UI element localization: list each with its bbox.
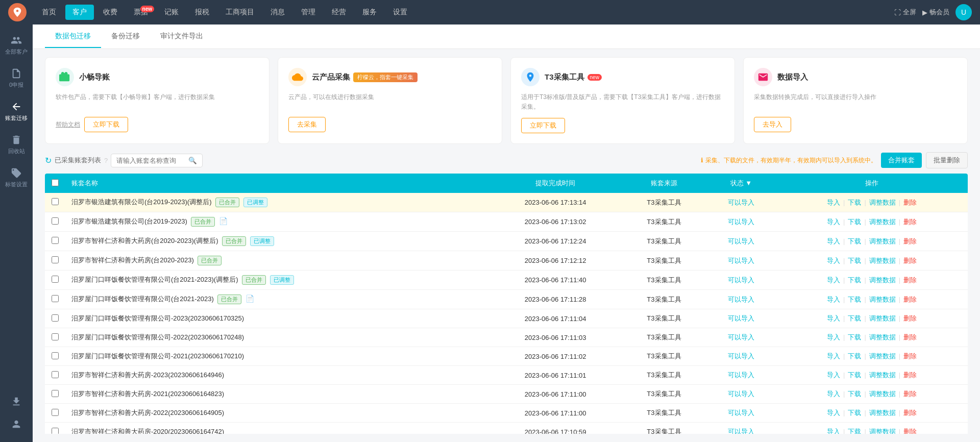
import-action[interactable]: 导入 [827, 237, 840, 245]
sidebar-item-zero-report[interactable]: 0申报 [0, 63, 33, 94]
nav-ticket[interactable]: 票据new [127, 5, 155, 20]
nav-operation[interactable]: 经营 [325, 5, 353, 20]
batch-delete-button[interactable]: 批量删除 [926, 152, 968, 168]
row-checkbox[interactable] [52, 314, 59, 322]
row-checkbox[interactable] [52, 256, 59, 263]
adjust-action[interactable]: 调整数据 [869, 237, 896, 245]
import-action[interactable]: 导入 [827, 409, 840, 416]
row-checkbox[interactable] [52, 198, 59, 205]
xiaochang-download-button[interactable]: 立即下载 [84, 117, 128, 132]
download-action[interactable]: 下载 [848, 371, 861, 379]
nav-customer[interactable]: 客户 [65, 5, 94, 20]
nav-settings[interactable]: 设置 [386, 5, 414, 20]
adjust-action[interactable]: 调整数据 [869, 371, 896, 379]
nav-message[interactable]: 消息 [263, 5, 292, 20]
search-button[interactable]: 🔍 [188, 157, 197, 164]
download-action[interactable]: 下载 [848, 257, 861, 264]
sidebar-item-tag[interactable]: 标签设置 [0, 162, 33, 193]
t3-download-button[interactable]: 立即下载 [521, 118, 565, 133]
sidebar-item-download[interactable] [9, 391, 24, 412]
fullscreen-button[interactable]: ⛶ 全屏 [894, 8, 916, 17]
adjust-action[interactable]: 调整数据 [869, 276, 896, 284]
delete-action[interactable]: 删除 [903, 199, 917, 206]
table-scroll-area[interactable]: 账套名称 提取完成时间 账套来源 状态 ▼ 操作 汨罗市银浩建筑有限公司(台20… [45, 174, 968, 434]
row-checkbox[interactable] [52, 409, 59, 416]
download-action[interactable]: 下载 [848, 296, 861, 303]
select-all-checkbox[interactable] [52, 179, 59, 186]
delete-action[interactable]: 删除 [903, 390, 917, 398]
import-button[interactable]: 去导入 [754, 117, 791, 132]
download-action[interactable]: 下载 [848, 352, 861, 360]
adjust-action[interactable]: 调整数据 [869, 257, 896, 264]
sidebar-item-recycle[interactable]: 回收站 [0, 129, 33, 160]
download-action[interactable]: 下载 [848, 390, 861, 398]
delete-action[interactable]: 删除 [903, 314, 917, 322]
download-action[interactable]: 下载 [848, 428, 861, 434]
download-action[interactable]: 下载 [848, 218, 861, 226]
import-action[interactable]: 导入 [827, 199, 840, 206]
import-action[interactable]: 导入 [827, 333, 840, 341]
row-checkbox[interactable] [52, 276, 59, 283]
delete-action[interactable]: 删除 [903, 257, 917, 264]
tab-audit-export[interactable]: 审计文件导出 [150, 26, 213, 48]
row-checkbox[interactable] [52, 333, 59, 340]
import-action[interactable]: 导入 [827, 257, 840, 264]
import-action[interactable]: 导入 [827, 352, 840, 360]
download-action[interactable]: 下载 [848, 409, 861, 416]
nav-tax[interactable]: 报税 [188, 5, 216, 20]
file-icon[interactable]: 📄 [246, 294, 254, 303]
merge-button[interactable]: 合并账套 [881, 153, 922, 168]
import-action[interactable]: 导入 [827, 390, 840, 398]
adjust-action[interactable]: 调整数据 [869, 352, 896, 360]
download-action[interactable]: 下载 [848, 237, 861, 245]
nav-business[interactable]: 工商项目 [218, 5, 261, 20]
refresh-icon[interactable]: ↻ [45, 156, 52, 165]
row-checkbox[interactable] [52, 390, 59, 397]
nav-service[interactable]: 服务 [355, 5, 384, 20]
adjust-action[interactable]: 调整数据 [869, 409, 896, 416]
download-action[interactable]: 下载 [848, 199, 861, 206]
download-action[interactable]: 下载 [848, 314, 861, 322]
adjust-action[interactable]: 调整数据 [869, 218, 896, 226]
adjust-action[interactable]: 调整数据 [869, 390, 896, 398]
user-avatar[interactable]: U [955, 4, 972, 20]
import-action[interactable]: 导入 [827, 218, 840, 226]
sidebar-item-user[interactable] [9, 413, 24, 435]
row-checkbox[interactable] [52, 371, 59, 378]
help-icon[interactable]: ? [104, 157, 108, 164]
nav-bookkeeping[interactable]: 记账 [157, 5, 186, 20]
delete-action[interactable]: 删除 [903, 333, 917, 341]
help-doc-link[interactable]: 帮助文档 [56, 120, 80, 129]
delete-action[interactable]: 删除 [903, 276, 917, 284]
adjust-action[interactable]: 调整数据 [869, 296, 896, 303]
nav-home[interactable]: 首页 [35, 5, 63, 20]
import-action[interactable]: 导入 [827, 371, 840, 379]
member-button[interactable]: ▶ 畅会员 [922, 8, 949, 17]
adjust-action[interactable]: 调整数据 [869, 199, 896, 206]
tab-data-migration[interactable]: 数据包迁移 [45, 26, 101, 48]
import-action[interactable]: 导入 [827, 428, 840, 434]
adjust-action[interactable]: 调整数据 [869, 333, 896, 341]
import-action[interactable]: 导入 [827, 296, 840, 303]
delete-action[interactable]: 删除 [903, 409, 917, 416]
nav-fee[interactable]: 收费 [96, 5, 125, 20]
cloud-collect-button[interactable]: 去采集 [288, 117, 326, 132]
sidebar-item-migrate[interactable]: 账套迁移 [0, 96, 33, 127]
app-logo[interactable] [8, 3, 27, 21]
import-action[interactable]: 导入 [827, 314, 840, 322]
row-checkbox[interactable] [52, 428, 59, 434]
download-action[interactable]: 下载 [848, 276, 861, 284]
adjust-action[interactable]: 调整数据 [869, 314, 896, 322]
delete-action[interactable]: 删除 [903, 371, 917, 379]
import-action[interactable]: 导入 [827, 276, 840, 284]
row-checkbox[interactable] [52, 295, 59, 302]
row-checkbox[interactable] [52, 352, 59, 359]
delete-action[interactable]: 删除 [903, 218, 917, 226]
tab-backup-migration[interactable]: 备份迁移 [101, 26, 150, 48]
delete-action[interactable]: 删除 [903, 296, 917, 303]
delete-action[interactable]: 删除 [903, 352, 917, 360]
download-action[interactable]: 下载 [848, 333, 861, 341]
file-icon[interactable]: 📄 [219, 217, 228, 225]
nav-manage[interactable]: 管理 [294, 5, 323, 20]
delete-action[interactable]: 删除 [903, 428, 917, 434]
